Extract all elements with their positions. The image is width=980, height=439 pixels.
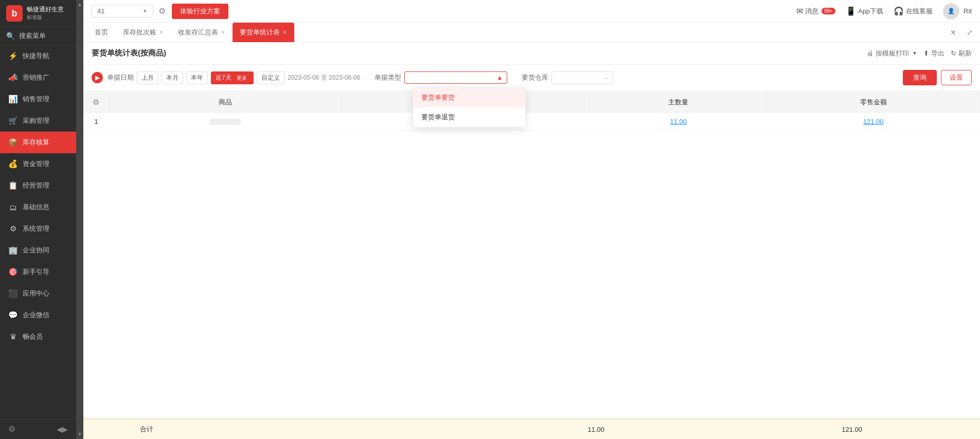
store-selector[interactable]: 41 ▼	[92, 5, 153, 17]
sidebar-item-basic[interactable]: 🗂 基础信息	[0, 196, 76, 218]
cell-seq: 1	[83, 113, 109, 131]
product-placeholder	[210, 119, 241, 125]
inventory-icon: 📦	[8, 138, 17, 147]
sidebar-item-label: 畅会员	[23, 332, 43, 341]
online-service-label: 在线客服	[906, 7, 933, 16]
print-button[interactable]: 🖨 按模板打印 ▼	[867, 49, 917, 58]
tab-home[interactable]: 首页	[87, 23, 116, 42]
tab-inventory-batch-close[interactable]: ×	[159, 29, 163, 36]
sidebar-item-sales[interactable]: 📊 销售管理	[0, 88, 76, 110]
dropdown-item-return[interactable]: 要货单退货	[413, 107, 525, 127]
date-btn-this-month[interactable]: 本月	[162, 71, 183, 84]
settings-icon[interactable]: ⚙	[8, 424, 15, 434]
topbar-left: 41 ▼ ⚙ 体验行业方案	[92, 4, 796, 19]
sidebar-item-label: 系统管理	[23, 224, 49, 233]
warehouse-select[interactable]: ···	[551, 71, 613, 84]
scroll-down-icon[interactable]: ▼	[77, 432, 82, 437]
quantity-link[interactable]: 11.00	[670, 118, 687, 125]
data-table-container: ⚙ 商品 主计量单位 主数量 零售金额 1 块	[83, 93, 980, 417]
sidebar-item-quick-nav[interactable]: ⚡ 快捷导航	[0, 45, 76, 67]
trial-button[interactable]: 体验行业方案	[172, 4, 228, 19]
close-tab-icon[interactable]: ✕	[947, 26, 959, 39]
logo-icon: b	[6, 5, 23, 22]
sidebar-item-enterprise[interactable]: 🏢 企业协同	[0, 240, 76, 261]
sidebar-item-label: 资金管理	[23, 159, 49, 169]
dropdown-item-requisition[interactable]: 要货单要货	[413, 88, 525, 107]
store-settings-icon[interactable]: ⚙	[158, 6, 166, 16]
col-amount: 零售金额	[767, 93, 980, 113]
online-service-action[interactable]: 🎧 在线客服	[894, 6, 933, 16]
settings-button[interactable]: 设置	[941, 70, 972, 85]
sidebar-item-guide[interactable]: 🎯 新手引导	[0, 261, 76, 283]
sidebar-item-label: 营销推广	[23, 73, 49, 82]
marketing-icon: 📣	[8, 73, 17, 82]
messages-action[interactable]: ✉ 消息 99+	[796, 6, 835, 16]
sales-icon: 📊	[8, 95, 17, 104]
service-icon: 🎧	[894, 6, 904, 16]
sidebar-scroll[interactable]: ▲ ▼	[76, 0, 83, 439]
sidebar-item-appstore[interactable]: ⬛ 应用中心	[0, 283, 76, 304]
sidebar-nav: ⚡ 快捷导航 📣 营销推广 📊 销售管理 🛒 采购管理 📦 库存核算 💰 资金管…	[0, 45, 76, 418]
date-btn-last-month[interactable]: 上月	[137, 71, 158, 84]
filter-date-group: 单据日期 上月 本月 本年 近7天 更多 自定义 2023-05-06 至 20…	[107, 71, 360, 84]
filter-warehouse-group: 要货仓库 ···	[522, 71, 613, 84]
date-btn-custom[interactable]: 自定义	[257, 71, 284, 84]
type-select[interactable]: ▲	[404, 71, 507, 84]
cell-product	[109, 113, 341, 131]
date-btn-this-year[interactable]: 本年	[186, 71, 208, 84]
sidebar-item-finance[interactable]: 💰 资金管理	[0, 153, 76, 175]
date-btn-recent-7-days[interactable]: 近7天 更多	[211, 71, 254, 84]
chevron-up-icon: ▲	[497, 74, 503, 81]
sidebar-item-label: 基础信息	[23, 203, 49, 212]
sidebar-item-label: 快捷导航	[23, 51, 49, 61]
sidebar-item-wechat[interactable]: 💬 企业微信	[0, 304, 76, 326]
scroll-up-icon[interactable]: ▲	[77, 2, 82, 7]
app-download-action[interactable]: 📱 App下载	[846, 6, 883, 16]
tab-inventory-batch[interactable]: 库存批次账 ×	[116, 23, 171, 42]
tab-home-label: 首页	[95, 28, 108, 37]
collapse-icon[interactable]: ◀▶	[57, 425, 68, 433]
sidebar-item-label: 企业协同	[23, 246, 49, 255]
col-settings: ⚙	[83, 93, 109, 113]
messages-label: 消息	[805, 7, 818, 16]
tab-order-stats-label: 要货单统计表	[240, 28, 280, 37]
tab-shipment-summary-label: 收发存汇总表	[178, 28, 218, 37]
filter-bar: ▶ 单据日期 上月 本月 本年 近7天 更多 自定义 2023-05-06 至 …	[83, 65, 980, 90]
filter-expand-button[interactable]: ▶	[92, 72, 103, 83]
main-area: 41 ▼ ⚙ 体验行业方案 ✉ 消息 99+ 📱 App下载 🎧 在线客服	[83, 0, 980, 439]
sidebar-footer: ⚙ ◀▶	[0, 418, 76, 439]
tab-order-stats[interactable]: 要货单统计表 ×	[233, 23, 294, 42]
refresh-icon: ↻	[951, 49, 956, 57]
finance-icon: 💰	[8, 159, 17, 169]
table-row: 1 块 11.00 121.00	[83, 113, 980, 131]
date-label: 单据日期	[107, 73, 134, 82]
refresh-button[interactable]: ↻ 刷新	[951, 49, 972, 58]
vip-icon: ♛	[8, 332, 17, 341]
warehouse-label: 要货仓库	[522, 73, 548, 82]
maximize-icon[interactable]: ⤢	[964, 26, 976, 39]
app-version: 标准版	[27, 14, 64, 21]
sidebar-item-label: 企业微信	[23, 310, 49, 320]
sidebar-search[interactable]: 🔍 搜索菜单	[0, 27, 76, 45]
enterprise-icon: 🏢	[8, 246, 17, 255]
column-settings-icon[interactable]: ⚙	[93, 98, 99, 106]
chevron-down-icon: ▼	[912, 50, 917, 56]
sidebar-item-system[interactable]: ⚙ 系统管理	[0, 218, 76, 240]
tab-order-stats-close[interactable]: ×	[283, 29, 287, 36]
cell-amount: 121.00	[767, 113, 980, 131]
query-button[interactable]: 查询	[903, 70, 937, 85]
user-profile[interactable]: 👤 Rit	[943, 3, 972, 20]
sidebar-item-purchase[interactable]: 🛒 采购管理	[0, 110, 76, 132]
page-actions: 🖨 按模板打印 ▼ ⬆ 导出 ↻ 刷新	[867, 49, 972, 58]
col-quantity: 主数量	[590, 93, 767, 113]
export-button[interactable]: ⬆ 导出	[923, 49, 945, 58]
sidebar-item-marketing[interactable]: 📣 营销推广	[0, 67, 76, 88]
sidebar-item-vip[interactable]: ♛ 畅会员	[0, 326, 76, 347]
sidebar-item-inventory[interactable]: 📦 库存核算	[0, 132, 76, 153]
messages-badge: 99+	[822, 8, 835, 14]
download-icon: 📱	[846, 6, 856, 16]
tab-shipment-summary-close[interactable]: ×	[221, 29, 225, 36]
tab-shipment-summary[interactable]: 收发存汇总表 ×	[171, 23, 233, 42]
sidebar-item-operations[interactable]: 📋 经营管理	[0, 175, 76, 196]
amount-link[interactable]: 121.00	[863, 118, 884, 125]
